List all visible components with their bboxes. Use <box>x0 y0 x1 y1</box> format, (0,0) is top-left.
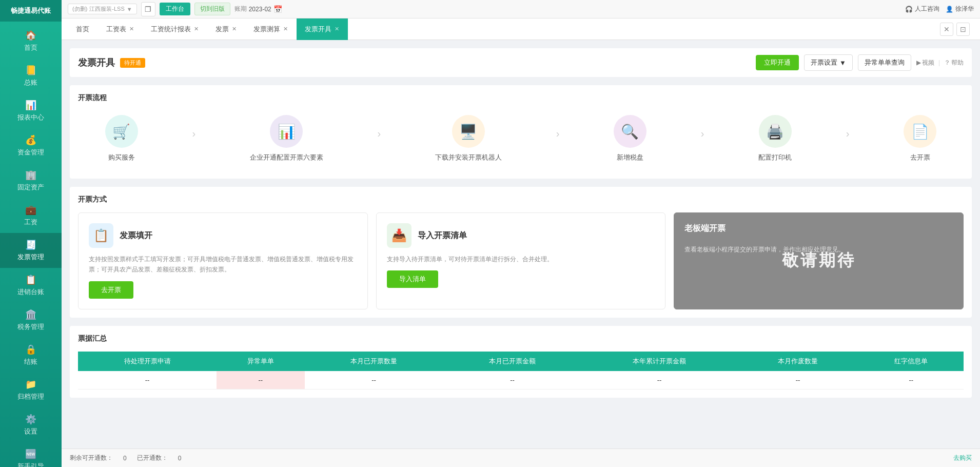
tab-salary-report-label: 工资统计报表 <box>151 25 191 34</box>
ledger-icon: 📒 <box>25 65 36 76</box>
company-name: 江西服装-LSS <box>89 5 124 13</box>
settings-icon: ⚙️ <box>25 414 36 425</box>
sidebar-item-settings-label: 设置 <box>24 427 37 436</box>
arrow-4: › <box>701 128 704 140</box>
sidebar-logo: 畅捷通易代账 <box>0 0 62 22</box>
tab-invoice-open[interactable]: 发票开具 ✕ <box>297 18 348 40</box>
sidebar-item-purchase-sales[interactable]: 📋 进销台账 <box>0 268 62 303</box>
flow-step-config-printer[interactable]: 🖨️ 配置打印机 <box>758 115 792 162</box>
summary-col-year-amount: 本年累计开票金额 <box>582 352 737 371</box>
open-settings-button[interactable]: 开票设置 ▼ <box>804 54 853 71</box>
flow-steps: 🛒 购买服务 › 📊 企业开通配置开票六要素 › 🖥️ 下载并安装开票机器人 ›… <box>78 111 964 170</box>
sidebar-item-home[interactable]: 🏠 首页 <box>0 24 62 59</box>
summary-cell-month-count: -- <box>305 371 443 390</box>
flow-step-buy-service[interactable]: 🛒 购买服务 <box>105 115 138 162</box>
sidebar-item-tax[interactable]: 🏛️ 税务管理 <box>0 303 62 338</box>
sidebar-item-salary[interactable]: 💼 工资 <box>0 198 62 233</box>
summary-cell-red-info: -- <box>859 371 964 390</box>
summary-col-pending: 待处理开票申请 <box>78 352 217 371</box>
summary-table-row: -- -- -- -- -- -- -- <box>78 371 964 390</box>
sidebar-item-archive[interactable]: 📁 归档管理 <box>0 373 62 407</box>
assets-icon: 🏢 <box>25 169 36 181</box>
summary-cell-year-amount: -- <box>582 371 737 390</box>
sidebar-item-fixed-assets[interactable]: 🏢 固定资产 <box>0 163 62 198</box>
manual-fill-go-button[interactable]: 去开票 <box>89 281 133 299</box>
immediate-open-button[interactable]: 立即开通 <box>756 55 799 70</box>
restore-tab-icon[interactable]: ⊡ <box>956 23 970 36</box>
flow-step-add-tax-disk[interactable]: 🔍 新增税盘 <box>614 115 646 162</box>
help-item[interactable]: ？ 帮助 <box>944 59 964 67</box>
sidebar-item-closing-label: 结账 <box>24 357 37 366</box>
company-select[interactable]: (勿删) 江西服装-LSS ▼ <box>68 4 137 14</box>
sidebar-item-salary-label: 工资 <box>24 218 37 227</box>
tab-salary-report-close[interactable]: ✕ <box>194 26 199 32</box>
method-card-manual-fill: 📋 发票填开 支持按照发票样式手工填写开发票；可开具增值税电子普通发票、增值税普… <box>78 212 368 309</box>
help-label: 帮助 <box>951 59 964 67</box>
old-version-button[interactable]: 切到旧版 <box>194 3 230 15</box>
reports-icon: 📊 <box>25 100 36 111</box>
app-name: 畅捷通易代账 <box>11 6 51 15</box>
sidebar-item-closing[interactable]: 🔒 结账 <box>0 338 62 373</box>
summary-cell-pending: -- <box>78 371 217 390</box>
close-tab-icon[interactable]: ✕ <box>940 23 953 36</box>
arrow-5: › <box>846 128 850 140</box>
import-list-go-button[interactable]: 导入清单 <box>387 270 438 288</box>
flow-step-enterprise-setup[interactable]: 📊 企业开通配置开票六要素 <box>250 115 323 162</box>
remaining-label: 剩余可开通数： <box>70 454 113 462</box>
page-content: 发票开具 待开通 立即开通 开票设置 ▼ 异常单单查询 ▶ 视频 | ？ <box>62 40 980 449</box>
config-printer-icon: 🖨️ <box>759 115 792 148</box>
buy-link[interactable]: 去购买 <box>953 454 972 462</box>
user-name: 徐泽华 <box>955 5 974 13</box>
copy-icon: ❐ <box>145 5 151 13</box>
sidebar-item-tax-label: 税务管理 <box>17 322 44 332</box>
remaining-value: 0 <box>123 455 127 462</box>
salary-icon: 💼 <box>25 204 36 216</box>
sidebar-item-reports[interactable]: 📊 报表中心 <box>0 93 62 128</box>
sidebar-item-general-ledger-label: 总账 <box>24 78 37 87</box>
methods-grid: 📋 发票填开 支持按照发票样式手工填写开发票；可开具增值税电子普通发票、增值税普… <box>78 212 964 309</box>
tab-area-icons: ✕ ⊡ <box>940 23 974 36</box>
play-icon: ▶ <box>916 59 921 66</box>
sidebar-item-funds-label: 资金管理 <box>17 148 44 157</box>
user-avatar-icon: 👤 <box>946 6 953 13</box>
abnormal-query-button[interactable]: 异常单单查询 <box>858 54 911 71</box>
sidebar-item-invoice-label: 发票管理 <box>17 252 44 262</box>
sidebar-item-invoice[interactable]: 🧾 发票管理 <box>0 233 62 268</box>
tab-salary[interactable]: 工资表 ✕ <box>98 18 143 40</box>
summary-col-void-count: 本月作废数量 <box>737 352 858 371</box>
summary-col-month-amount: 本月已开票金额 <box>443 352 582 371</box>
flow-step-issue-invoice[interactable]: 📄 去开票 <box>904 115 936 162</box>
invoice-icon: 🧾 <box>25 239 36 250</box>
coming-soon-overlay: 敬请期待 <box>674 213 963 309</box>
tab-invoice-calc-label: 发票测算 <box>253 25 280 34</box>
enterprise-setup-label: 企业开通配置开票六要素 <box>250 153 323 162</box>
support-item[interactable]: 🎧 人工咨询 <box>905 5 939 13</box>
page-title: 发票开具 <box>78 56 115 69</box>
tab-salary-close[interactable]: ✕ <box>129 26 134 32</box>
view-label: 视频 <box>922 59 934 67</box>
tab-home[interactable]: 首页 <box>68 18 98 40</box>
tab-invoice-label: 发票 <box>215 25 229 34</box>
tab-invoice-calc-close[interactable]: ✕ <box>283 26 288 32</box>
sidebar-item-new-guide[interactable]: 🆕 新手引导 <box>0 442 62 467</box>
issue-invoice-icon: 📄 <box>904 115 936 148</box>
user-item[interactable]: 👤 徐泽华 <box>946 5 974 13</box>
tab-invoice-open-close[interactable]: ✕ <box>335 26 339 32</box>
sidebar-item-funds[interactable]: 💰 资金管理 <box>0 128 62 163</box>
sidebar-item-reports-label: 报表中心 <box>17 113 44 122</box>
calendar-icon[interactable]: 📅 <box>273 5 282 13</box>
sidebar-item-settings[interactable]: ⚙️ 设置 <box>0 407 62 442</box>
view-help-item[interactable]: ▶ 视频 <box>916 59 934 67</box>
workstation-button[interactable]: 工作台 <box>160 3 190 15</box>
question-icon: ？ <box>944 59 950 67</box>
sidebar-item-general-ledger[interactable]: 📒 总账 <box>0 59 62 93</box>
page-header-right: 立即开通 开票设置 ▼ 异常单单查询 ▶ 视频 | ？ 帮助 <box>756 54 964 71</box>
tab-invoice-close[interactable]: ✕ <box>232 26 237 32</box>
tab-home-label: 首页 <box>76 25 89 34</box>
copy-button[interactable]: ❐ <box>141 2 155 16</box>
tab-invoice-calc[interactable]: 发票测算 ✕ <box>245 18 297 40</box>
flow-step-download-robot[interactable]: 🖥️ 下载并安装开票机器人 <box>435 115 502 162</box>
tab-invoice[interactable]: 发票 ✕ <box>207 18 245 40</box>
summary-table: 待处理开票申请 异常单单 本月已开票数量 本月已开票金额 本年累计开票金额 本月… <box>78 352 964 390</box>
tab-salary-report[interactable]: 工资统计报表 ✕ <box>143 18 207 40</box>
